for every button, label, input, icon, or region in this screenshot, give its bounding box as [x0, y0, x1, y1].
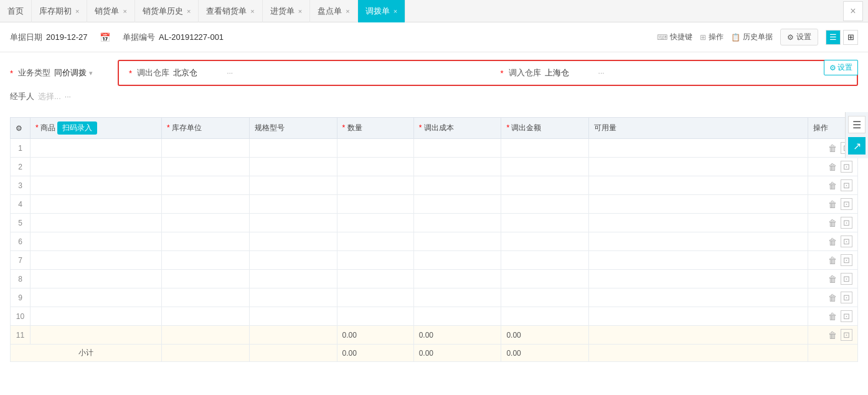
tab-close-purchase-order[interactable]: ×: [298, 7, 302, 15]
cell-unit-8[interactable]: [162, 270, 250, 288]
copy-icon-6[interactable]: ⊡: [841, 236, 852, 247]
settings-button[interactable]: ⚙ 设置: [780, 29, 818, 45]
cell-spec-4[interactable]: [249, 195, 337, 214]
cell-transfer-amount-5[interactable]: [501, 214, 589, 232]
cell-quantity-4[interactable]: [337, 195, 413, 214]
cell-spec-7[interactable]: [249, 251, 337, 270]
cell-quantity-3[interactable]: [337, 176, 413, 195]
copy-icon-10[interactable]: ⊡: [841, 310, 852, 322]
cell-quantity-9[interactable]: [337, 288, 413, 307]
cell-quantity-10[interactable]: [337, 307, 413, 326]
cell-spec-6[interactable]: [249, 232, 337, 251]
cell-transfer-cost-9[interactable]: [413, 288, 501, 307]
person-select[interactable]: 选择...: [38, 91, 61, 102]
warehouse-out-more-btn[interactable]: ···: [227, 69, 233, 77]
cell-unit-3[interactable]: [162, 176, 250, 195]
cell-transfer-amount-2[interactable]: [501, 158, 589, 176]
copy-icon-8[interactable]: ⊡: [841, 273, 852, 285]
cell-quantity-8[interactable]: [337, 270, 413, 288]
cell-transfer-cost-7[interactable]: [413, 251, 501, 270]
cell-spec-9[interactable]: [249, 288, 337, 307]
cell-quantity-2[interactable]: [337, 158, 413, 176]
delete-icon-1[interactable]: 🗑: [828, 143, 837, 153]
cell-unit-7[interactable]: [162, 251, 250, 270]
cell-transfer-cost-8[interactable]: [413, 270, 501, 288]
cell-transfer-cost-4[interactable]: [413, 195, 501, 214]
cell-product-9[interactable]: [31, 288, 162, 307]
business-type-select[interactable]: 同价调拨 ▾: [54, 67, 93, 79]
operation-button[interactable]: ⊞ 操作: [700, 32, 724, 42]
cell-quantity-5[interactable]: [337, 214, 413, 232]
tab-home[interactable]: 首页: [5, 0, 32, 22]
delete-icon-3[interactable]: 🗑: [828, 181, 837, 191]
cell-product-4[interactable]: [31, 195, 162, 214]
cell-unit-9[interactable]: [162, 288, 250, 307]
cell-unit-6[interactable]: [162, 232, 250, 251]
tab-sales-history[interactable]: 销货单历史 ×: [135, 0, 199, 22]
cell-transfer-amount-10[interactable]: [501, 307, 589, 326]
subtotal-delete-icon[interactable]: 🗑: [828, 330, 837, 340]
copy-icon-4[interactable]: ⊡: [841, 198, 852, 210]
cell-transfer-amount-6[interactable]: [501, 232, 589, 251]
delete-icon-8[interactable]: 🗑: [828, 274, 837, 284]
cell-product-2[interactable]: [31, 158, 162, 176]
cell-transfer-cost-10[interactable]: [413, 307, 501, 326]
copy-icon-7[interactable]: ⊡: [841, 254, 852, 266]
cell-transfer-cost-2[interactable]: [413, 158, 501, 176]
list-view-button[interactable]: ☰: [826, 30, 841, 45]
cell-product-8[interactable]: [31, 270, 162, 288]
cell-spec-5[interactable]: [249, 214, 337, 232]
delete-icon-6[interactable]: 🗑: [828, 237, 837, 247]
delete-icon-9[interactable]: 🗑: [828, 293, 837, 303]
cell-spec-10[interactable]: [249, 307, 337, 326]
delete-icon-7[interactable]: 🗑: [828, 255, 837, 265]
tab-close-transfer-order[interactable]: ×: [394, 7, 397, 15]
delete-icon-4[interactable]: 🗑: [828, 199, 837, 209]
cell-product-1[interactable]: [31, 139, 162, 158]
cell-transfer-cost-3[interactable]: [413, 176, 501, 195]
tab-close-sales-order[interactable]: ×: [123, 7, 126, 15]
copy-icon-3[interactable]: ⊡: [841, 179, 852, 191]
window-close-button[interactable]: ×: [843, 1, 863, 21]
tab-close-view-sales[interactable]: ×: [250, 7, 254, 15]
subtotal-copy-icon[interactable]: ⊡: [841, 329, 852, 341]
cell-transfer-amount-7[interactable]: [501, 251, 589, 270]
scan-barcode-button[interactable]: 扫码录入: [57, 121, 97, 135]
copy-icon-5[interactable]: ⊡: [841, 217, 852, 229]
copy-icon-2[interactable]: ⊡: [841, 161, 852, 173]
cell-spec-2[interactable]: [249, 158, 337, 176]
tab-transfer-order[interactable]: 调拨单 ×: [358, 0, 405, 22]
cell-unit-1[interactable]: [162, 139, 250, 158]
delete-icon-5[interactable]: 🗑: [828, 218, 837, 228]
cell-product-6[interactable]: [31, 232, 162, 251]
cell-product-7[interactable]: [31, 251, 162, 270]
tab-sales-order[interactable]: 销货单 ×: [87, 0, 134, 22]
cell-transfer-amount-9[interactable]: [501, 288, 589, 307]
person-more-btn[interactable]: ···: [65, 92, 71, 101]
tab-view-sales[interactable]: 查看销货单 ×: [199, 0, 262, 22]
shortcut-button[interactable]: ⌨ 快捷键: [657, 32, 692, 42]
cell-quantity-6[interactable]: [337, 232, 413, 251]
cell-transfer-cost-1[interactable]: [413, 139, 501, 158]
cell-unit-4[interactable]: [162, 195, 250, 214]
tab-close-inventory-check[interactable]: ×: [346, 7, 349, 15]
cell-transfer-amount-8[interactable]: [501, 270, 589, 288]
warehouse-settings-button[interactable]: ⚙ 设置: [824, 60, 858, 75]
cell-unit-10[interactable]: [162, 307, 250, 326]
tab-purchase-order[interactable]: 进货单 ×: [263, 0, 310, 22]
delete-icon-10[interactable]: 🗑: [828, 312, 837, 321]
cell-unit-5[interactable]: [162, 214, 250, 232]
cell-quantity-1[interactable]: [337, 139, 413, 158]
cell-product-10[interactable]: [31, 307, 162, 326]
cell-product-5[interactable]: [31, 214, 162, 232]
delete-icon-2[interactable]: 🗑: [828, 162, 837, 172]
cell-unit-2[interactable]: [162, 158, 250, 176]
tab-close-sales-history[interactable]: ×: [187, 7, 191, 15]
col-header-gear[interactable]: ⚙: [11, 118, 31, 139]
grid-view-button[interactable]: ⊞: [843, 30, 858, 45]
tab-close-inventory-init[interactable]: ×: [75, 7, 79, 15]
cell-spec-3[interactable]: [249, 176, 337, 195]
subtotal-product[interactable]: [31, 326, 162, 345]
warehouse-in-more-btn[interactable]: ···: [598, 69, 605, 77]
cell-transfer-amount-1[interactable]: [501, 139, 589, 158]
